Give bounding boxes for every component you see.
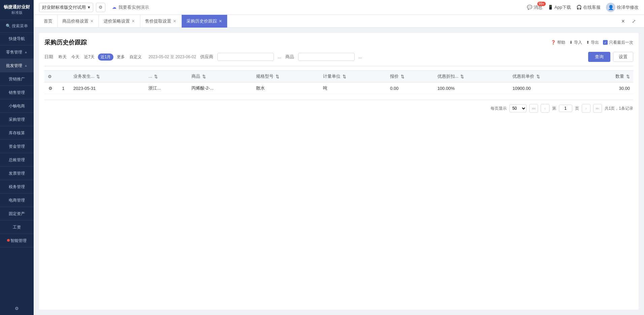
sidebar-item-label: 发票管理 (9, 171, 25, 176)
date-option-last7days[interactable]: 近7天 (83, 54, 96, 61)
sidebar-item-label: 总账管理 (9, 157, 25, 163)
user-menu[interactable]: 👤 徐泽华修改 (606, 3, 639, 12)
tab-close-icon[interactable]: ✕ (90, 19, 94, 24)
sidebar-item-fixed_assets[interactable]: 固定资产 (0, 207, 34, 220)
tab-label: 采购历史价跟踪 (186, 18, 217, 24)
sidebar-item-ecommerce[interactable]: 电商管理 (0, 194, 34, 207)
sidebar-item-tax[interactable]: 税务管理 (0, 180, 34, 194)
header-settings-button[interactable]: ⚙ (96, 3, 105, 12)
filter-actions: 查询 设置 (588, 52, 633, 62)
tab-label: 售价提取设置 (145, 18, 171, 24)
sort-icon-quantity: ⇅ (626, 74, 630, 79)
sidebar-item-label: 营销推广 (9, 76, 25, 82)
next-page-button[interactable]: › (582, 104, 591, 113)
online-service-button[interactable]: 🎧 在线客服 (576, 4, 601, 10)
sort-icon-more: ⇅ (154, 74, 158, 79)
sidebar-search[interactable]: 🔍 搜索菜单 (0, 20, 34, 33)
query-button[interactable]: 查询 (588, 52, 610, 62)
col-quantity[interactable]: 数量 ⇅ (586, 71, 633, 82)
sidebar-item-wholesale[interactable]: 批发管理 ▲ (0, 59, 34, 72)
sort-icon-pre-discount: ⇅ (536, 74, 540, 79)
col-discount[interactable]: 优惠折扣... ⇅ (434, 71, 509, 82)
row-actions[interactable]: ⚙ (44, 82, 57, 94)
sidebar-item-label: 智能管理 (10, 238, 27, 244)
sidebar-settings-icon[interactable]: ⚙ (0, 302, 34, 315)
logo-subtitle: 标准版 (3, 10, 31, 15)
tab-history_price[interactable]: 采购历史价跟踪✕ (182, 15, 227, 28)
only-latest-checkbox-group[interactable]: ✓ 只看最后一次 (603, 40, 633, 45)
import-button[interactable]: ⬇ 导入 (569, 40, 582, 45)
col-product[interactable]: 商品 ⇅ (188, 71, 253, 82)
export-button[interactable]: ⬆ 导出 (586, 40, 599, 45)
sidebar-item-ledger[interactable]: 总账管理 (0, 153, 34, 167)
last-page-button[interactable]: ⏭ (593, 104, 602, 113)
tab-close-button[interactable]: ✕ (618, 16, 628, 26)
date-option-today[interactable]: 今天 (70, 54, 81, 61)
tab-sale_price[interactable]: 售价提取设置✕ (140, 15, 182, 28)
demo-link[interactable]: ☁ 我要看实例演示 (112, 4, 149, 10)
sidebar-item-invoice[interactable]: 发票管理 (0, 167, 34, 180)
sidebar-item-finance[interactable]: 资金管理 (0, 140, 34, 153)
sidebar-item-label: 税务管理 (9, 184, 25, 190)
messages-button[interactable]: 💬 消息 99+ (527, 4, 542, 10)
tab-home[interactable]: 首页 (39, 15, 58, 28)
sidebar-item-marketing[interactable]: 营销推广 (0, 72, 34, 86)
date-options: 昨天今天近7天近1月更多自定义 (57, 54, 143, 61)
sidebar-item-label: 电商管理 (9, 198, 25, 203)
sidebar-item-quick-nav[interactable]: 快捷导航 (0, 33, 34, 45)
product-more-button[interactable]: ... (359, 55, 362, 59)
tab-close-icon[interactable]: ✕ (173, 19, 177, 24)
row-quantity: 30.00 (586, 82, 633, 94)
sidebar-item-payroll[interactable]: 工资 (0, 220, 34, 234)
tab-close-icon[interactable]: ✕ (218, 19, 222, 24)
sidebar-item-inventory[interactable]: 库存核算 (0, 126, 34, 140)
col-pre-discount[interactable]: 优惠前单价 ⇅ (509, 71, 586, 82)
col-spec[interactable]: 规格型号 ⇅ (253, 71, 320, 82)
tab-price[interactable]: 商品价格设置✕ (58, 15, 99, 28)
import-icon: ⬇ (569, 40, 573, 45)
supplier-input[interactable] (217, 53, 274, 61)
version-select[interactable]: 好业财标准版交付试用 ▾ (39, 3, 93, 12)
date-option-more[interactable]: 更多 (115, 54, 126, 61)
sidebar-item-purchase[interactable]: 采购管理 (0, 113, 34, 126)
date-option-last1month[interactable]: 近1月 (98, 54, 114, 61)
tab-expand-button[interactable]: ⤢ (629, 16, 639, 26)
col-unit[interactable]: 计量单位 ⇅ (320, 71, 387, 82)
sidebar-item-label: 批发管理 (6, 63, 22, 69)
page-card: 采购历史价跟踪 ❓ 帮助 ⬇ 导入 ⬆ 导出 ✓ (39, 33, 639, 310)
sidebar-item-ecommerce_small[interactable]: 小畅电商 (0, 99, 34, 113)
sidebar-item-label: 库存核算 (9, 130, 25, 136)
person-icon: 👤 (608, 5, 614, 10)
col-more[interactable]: ... ⇅ (145, 71, 188, 82)
per-page-select[interactable]: 50 100 200 (509, 104, 527, 112)
date-option-yesterday[interactable]: 昨天 (57, 54, 68, 61)
main-area: 好业财标准版交付试用 ▾ ⚙ ☁ 我要看实例演示 💬 消息 99+ 📱 App下… (34, 0, 644, 315)
sort-icon-unit: ⇅ (343, 74, 346, 79)
supplier-more-button[interactable]: ... (278, 55, 281, 59)
only-latest-checkbox[interactable]: ✓ (603, 40, 608, 45)
sidebar: 畅捷通好业财 标准版 🔍 搜索菜单 快捷导航 零售管理 ▲ 批发管理 ▲ 营销推… (0, 0, 34, 315)
message-badge: 99+ (537, 2, 546, 6)
product-filter-label: 商品 (285, 54, 294, 60)
row-num: 1 (57, 82, 70, 94)
product-input[interactable] (298, 53, 355, 61)
prev-page-button[interactable]: ‹ (541, 104, 549, 113)
per-page-label: 每页显示 (491, 106, 507, 111)
app-download-button[interactable]: 📱 App下载 (548, 4, 571, 10)
sidebar-item-label: 零售管理 (6, 49, 22, 55)
first-page-button[interactable]: ⏮ (529, 104, 538, 113)
col-date[interactable]: 业务发生... ⇅ (70, 71, 145, 82)
tab-close-icon[interactable]: ✕ (131, 19, 135, 24)
date-option-custom[interactable]: 自定义 (128, 54, 143, 61)
sidebar-item-label: 资金管理 (9, 144, 25, 149)
help-button[interactable]: ❓ 帮助 (551, 40, 565, 45)
tab-strategy[interactable]: 进价策略设置✕ (99, 15, 140, 28)
col-settings[interactable]: ⚙ (44, 71, 57, 82)
sidebar-item-smart[interactable]: 智能管理 (0, 234, 34, 247)
sidebar-item-retail[interactable]: 零售管理 ▲ (0, 45, 34, 59)
headset-icon: 🎧 (576, 5, 582, 10)
page-number-input[interactable] (559, 105, 572, 112)
col-price[interactable]: 报价 ⇅ (387, 71, 434, 82)
sidebar-item-sales[interactable]: 销售管理 (0, 86, 34, 99)
settings-button[interactable]: 设置 (613, 52, 633, 62)
